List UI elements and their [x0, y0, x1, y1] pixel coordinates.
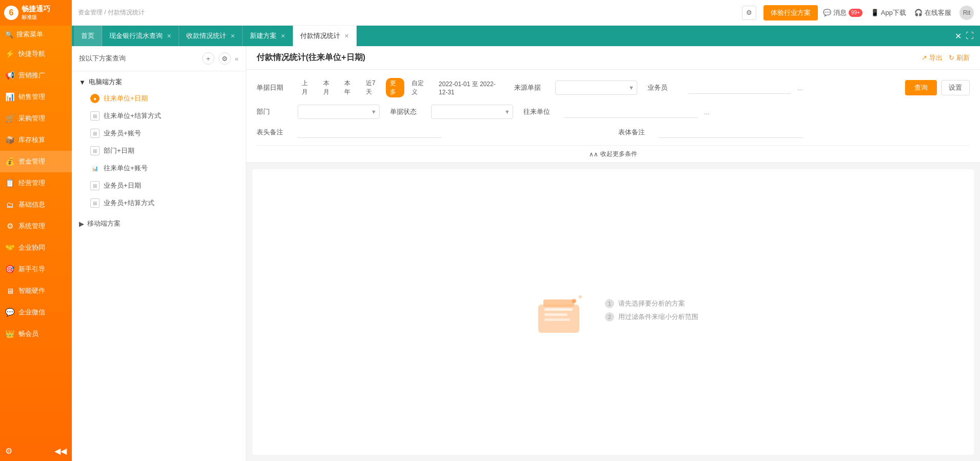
sidebar-item-purchase[interactable]: 🛒 采购管理	[0, 108, 72, 129]
scheme-item-salesperson-account[interactable]: ⊞ 业务员+账号	[72, 125, 246, 142]
tab-home[interactable]: 首页	[74, 26, 102, 46]
refresh-icon: ↻	[949, 54, 954, 62]
salesperson-input[interactable]	[689, 82, 791, 94]
scheme-salesperson-settle-label: 业务员+结算方式	[104, 198, 154, 208]
date-more-button[interactable]: 更多	[386, 78, 404, 97]
sidebar-item-wechat[interactable]: 💬 企业微信	[0, 302, 72, 323]
sidebar-item-inventory[interactable]: 📦 库存核算	[0, 129, 72, 151]
scheme-salesperson-account-label: 业务员+账号	[104, 129, 141, 138]
app-download-button[interactable]: 📱 App下载	[871, 8, 906, 17]
export-label: 导出	[929, 53, 943, 63]
sidebar-item-operation[interactable]: 📋 经营管理	[0, 172, 72, 194]
app-version: 标准版	[22, 14, 50, 21]
body-note-input[interactable]	[659, 126, 803, 138]
salesperson-dots[interactable]: ...	[797, 84, 803, 92]
export-button[interactable]: ↗ 导出	[922, 53, 943, 63]
topbar-settings-button[interactable]: ⚙	[742, 6, 756, 20]
online-service-button[interactable]: 🎧 在线客服	[914, 8, 951, 17]
query-button[interactable]: 查询	[905, 80, 937, 95]
message-icon: 💬	[823, 9, 831, 16]
scheme-item-salesperson-settle[interactable]: ⊞ 业务员+结算方式	[72, 194, 246, 212]
header-note-input[interactable]	[298, 126, 441, 138]
collapse-sidebar-icon[interactable]: ◀◀	[54, 446, 67, 456]
user-avatar[interactable]: Rit	[959, 6, 974, 20]
sidebar-item-cooperation[interactable]: 🤝 企业协同	[0, 237, 72, 258]
date-last-month[interactable]: 上月	[298, 78, 316, 97]
dept-select[interactable]	[298, 105, 380, 119]
scheme-item-counterparty-settle[interactable]: ⊞ 往来单位+结算方式	[72, 107, 246, 125]
date-custom-option[interactable]: 自定义	[407, 78, 430, 97]
doc-date-label: 单据日期	[257, 83, 287, 92]
app-name: 畅捷通巧	[22, 5, 50, 14]
tab-receipt-stats-close[interactable]: ✕	[230, 33, 235, 39]
scheme-counterparty-date-label: 往来单位+日期	[104, 94, 148, 103]
counterparty-label: 往来单位	[523, 107, 554, 116]
desktop-section-label: 电脑端方案	[89, 77, 122, 87]
counterparty-dots[interactable]: ...	[704, 108, 710, 116]
sidebar-item-wechat-label: 企业微信	[18, 308, 45, 317]
search-menu[interactable]: 🔍 搜索菜单	[0, 26, 72, 43]
desktop-arrow-icon: ▼	[79, 78, 86, 86]
message-label: 消息	[833, 8, 847, 17]
sidebar-item-sales[interactable]: 📊 销售管理	[0, 86, 72, 108]
source-doc-select[interactable]	[555, 81, 637, 95]
dept-label: 部门	[257, 107, 287, 116]
filter-settings-button[interactable]: 设置	[941, 80, 970, 95]
tab-bank-flow-label: 现金银行流水查询	[109, 31, 163, 41]
sidebar-item-sales-label: 销售管理	[18, 92, 45, 102]
sidebar-item-hardware-label: 智能硬件	[18, 286, 45, 295]
export-icon: ↗	[922, 54, 927, 62]
refresh-button[interactable]: ↻ 刷新	[949, 53, 970, 63]
scheme-item-counterparty-date[interactable]: ● 往来单位+日期	[72, 90, 246, 107]
sidebar-item-finance[interactable]: 💰 资金管理	[0, 151, 72, 172]
scheme-item-salesperson-date[interactable]: ⊞ 业务员+日期	[72, 177, 246, 194]
collapse-more-button[interactable]: ∧∧ 收起更多条件	[257, 145, 970, 163]
tab-new-scheme-close[interactable]: ✕	[281, 33, 285, 39]
collapse-up-icon: ∧∧	[589, 151, 598, 158]
collapse-panel-button[interactable]: «	[235, 55, 239, 63]
inventory-icon: 📦	[5, 135, 14, 145]
mobile-scheme-group[interactable]: ▶ 移动端方案	[72, 215, 246, 232]
scheme-table-icon-5: ⊞	[90, 198, 100, 208]
date-range-value: 2022-01-01 至 2022-12-31	[439, 80, 504, 96]
doc-status-select[interactable]	[431, 105, 513, 119]
close-all-tabs-icon[interactable]: ✕	[955, 31, 962, 41]
tab-new-scheme[interactable]: 新建方案 ✕	[243, 26, 293, 46]
sidebar-item-member[interactable]: 👑 畅会员	[0, 323, 72, 345]
sidebar-item-basic[interactable]: 🗂 基础信息	[0, 194, 72, 215]
sidebar: 6 畅捷通巧 标准版 🔍 搜索菜单 ⚡ 快捷导航 📢 营销推广 📊 销售管理 🛒…	[0, 0, 72, 461]
empty-texts: 1 请先选择要分析的方案 2 用过滤条件来缩小分析范围	[605, 299, 698, 326]
scheme-item-counterparty-account[interactable]: 📊 往来单位+账号	[72, 159, 246, 177]
sidebar-item-system[interactable]: ⚙ 系统管理	[0, 215, 72, 237]
fullscreen-icon[interactable]: ⛶	[966, 31, 974, 41]
quick-nav-icon: ⚡	[5, 49, 14, 58]
date-last-7days[interactable]: 近7天	[362, 78, 383, 97]
scheme-item-dept-date[interactable]: ⊞ 部门+日期	[72, 142, 246, 159]
desktop-section-title[interactable]: ▼ 电脑端方案	[72, 74, 246, 90]
date-this-month[interactable]: 本月	[319, 78, 338, 97]
topbar-right: 💬 消息 99+ 📱 App下载 🎧 在线客服 Rit	[823, 6, 974, 20]
trial-button[interactable]: 体验行业方案	[763, 5, 818, 21]
sidebar-item-guide[interactable]: 🎯 新手引导	[0, 258, 72, 280]
scheme-settings-button[interactable]: ⚙	[219, 52, 231, 65]
doc-date-field: 上月 本月 本年 近7天 更多 自定义 2022-01-01 至 2022-12…	[298, 78, 504, 97]
settings-footer-icon[interactable]: ⚙	[5, 446, 12, 456]
sidebar-item-marketing[interactable]: 📢 营销推广	[0, 65, 72, 86]
tab-bank-flow-close[interactable]: ✕	[167, 33, 171, 39]
empty-state: 1 请先选择要分析的方案 2 用过滤条件来缩小分析范围	[252, 169, 974, 455]
add-scheme-button[interactable]: +	[202, 52, 214, 65]
sidebar-item-quick-nav[interactable]: ⚡ 快捷导航	[0, 43, 72, 65]
date-this-year[interactable]: 本年	[340, 78, 359, 97]
tab-bank-flow[interactable]: 现金银行流水查询 ✕	[102, 26, 179, 46]
tab-payment-stats-close[interactable]: ✕	[344, 33, 349, 39]
counterparty-input[interactable]	[564, 106, 698, 118]
sidebar-item-cooperation-label: 企业协同	[18, 243, 45, 252]
hardware-icon: 🖥	[5, 286, 14, 295]
dept-select-wrapper: ▼	[298, 105, 380, 119]
message-button[interactable]: 💬 消息 99+	[823, 8, 863, 17]
tab-receipt-stats[interactable]: 收款情况统计 ✕	[179, 26, 243, 46]
sidebar-item-hardware[interactable]: 🖥 智能硬件	[0, 280, 72, 302]
scheme-table-icon-1: ⊞	[90, 111, 100, 121]
empty-illustration	[528, 287, 590, 338]
tab-payment-stats[interactable]: 付款情况统计 ✕	[293, 26, 357, 46]
